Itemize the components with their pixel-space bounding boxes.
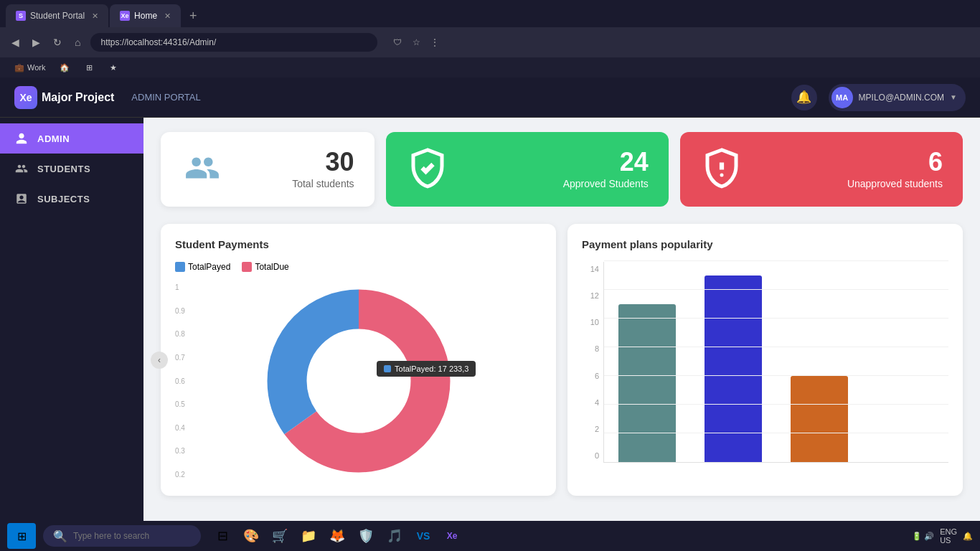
tab-favicon-home: Xe [120, 11, 130, 21]
bar-group-3 [791, 376, 848, 462]
tab-favicon-student-portal: S [16, 11, 26, 21]
bookmark-star[interactable]: ★ [104, 61, 123, 74]
grid-line-14 [604, 260, 948, 261]
sidebar-item-subjects[interactable]: SUBJECTS [0, 184, 143, 214]
taskbar-app-brave[interactable]: 🛡️ [353, 523, 379, 549]
chart-tooltip: TotalPayed: 17 233,3 [377, 361, 476, 377]
forward-button[interactable]: ▶ [29, 35, 43, 50]
donut-chart-wrapper: TotalPayed: 17 233,3 [175, 281, 542, 481]
sidebar-admin-label: ADMIN [37, 133, 70, 144]
bookmark-work-label: Work [27, 63, 45, 72]
popularity-chart-title: Payment plans popularity [582, 238, 948, 250]
legend-payed-dot [175, 262, 185, 272]
tooltip-text: TotalPayed: 17 233,3 [395, 364, 468, 373]
subjects-icon [14, 192, 29, 205]
total-students-icon [181, 150, 224, 189]
payments-chart-area: 1 0.9 0.8 0.7 0.6 0.5 0.4 0.3 0.2 [175, 281, 542, 481]
sidebar-subjects-label: SUBJECTS [37, 194, 90, 204]
bookmark-apps-icon: ⊞ [84, 62, 94, 72]
approved-students-card: 24 Approved Students [386, 132, 669, 207]
nav-right: 🔔 MA MPILO@ADMIN.COM ▼ [791, 84, 966, 111]
sidebar-item-admin[interactable]: ADMIN [0, 123, 143, 154]
browser-icons: 🛡 ☆ ⋮ [390, 35, 442, 50]
portal-label: ADMIN PORTAL [131, 92, 200, 103]
shield-icon: 🛡 [390, 35, 405, 50]
tooltip-dot [384, 365, 391, 372]
bookmark-home[interactable]: 🏠 [55, 61, 74, 74]
popularity-chart-card: Payment plans popularity 14 12 10 8 6 4 … [567, 224, 963, 496]
unapproved-students-text: 6 Unapproved students [758, 149, 943, 189]
charts-row: ‹ Student Payments TotalPayed TotalDue [161, 224, 963, 496]
tab-label-home: Home [134, 11, 157, 21]
taskbar-search-input[interactable] [73, 531, 188, 541]
back-button[interactable]: ◀ [9, 35, 22, 50]
payments-chart-title: Student Payments [175, 238, 542, 250]
bookmark-work-icon: 💼 [14, 62, 24, 72]
taskbar-right: 🔋 🔊 ENGUS 🔔 [912, 527, 973, 545]
taskbar-search: 🔍 [43, 525, 201, 547]
taskbar-language: ENGUS [940, 527, 957, 545]
taskbar-notification-icon[interactable]: 🔔 [963, 532, 973, 541]
user-email: MPILO@ADMIN.COM [859, 93, 945, 103]
tab-close-home[interactable]: ✕ [164, 11, 171, 21]
popularity-chart-area: 14 12 10 8 6 4 2 0 [582, 262, 948, 470]
taskbar-app-task-view[interactable]: ⊟ [209, 523, 235, 549]
total-students-label: Total students [292, 178, 354, 189]
legend-total-due: TotalDue [242, 262, 288, 272]
user-badge[interactable]: MA MPILO@ADMIN.COM ▼ [829, 84, 966, 111]
content-area: 30 Total students 24 Approved Studen [143, 118, 980, 521]
collapse-chart-button[interactable]: ‹ [151, 352, 168, 369]
taskbar-app-spotify[interactable]: 🎵 [382, 523, 407, 549]
total-students-card: 30 Total students [161, 132, 374, 207]
svg-point-1 [720, 174, 723, 177]
bookmark-home-icon: 🏠 [60, 62, 70, 72]
approved-students-number: 24 [620, 149, 649, 175]
taskbar-app-store[interactable]: 🛒 [267, 523, 293, 549]
start-button[interactable]: ⊞ [7, 523, 36, 549]
unapproved-students-number: 6 [928, 149, 943, 175]
menu-icon[interactable]: ⋮ [428, 35, 442, 50]
legend-due-label: TotalDue [255, 262, 288, 272]
bookmark-apps[interactable]: ⊞ [80, 61, 98, 74]
bar-3 [791, 376, 848, 462]
tab-close-student-portal[interactable]: ✕ [92, 11, 98, 21]
approved-students-text: 24 Approved Students [463, 149, 649, 189]
main-layout: ADMIN STUDENTS SUBJECTS [0, 118, 980, 521]
taskbar-app-files[interactable]: 📁 [296, 523, 321, 549]
taskbar-app-xe[interactable]: Xe [439, 523, 465, 549]
payments-legend: TotalPayed TotalDue [175, 262, 542, 272]
home-button[interactable]: ⌂ [72, 35, 83, 50]
approved-icon [406, 146, 449, 192]
legend-due-dot [242, 262, 252, 272]
taskbar-apps: ⊟ 🎨 🛒 📁 🦊 🛡️ 🎵 VS Xe [209, 523, 465, 549]
donut-chart-svg [265, 288, 452, 474]
bar-group-1 [618, 304, 676, 462]
taskbar: ⊞ 🔍 ⊟ 🎨 🛒 📁 🦊 🛡️ 🎵 VS Xe 🔋 🔊 ENGUS 🔔 [0, 521, 980, 551]
total-students-number: 30 [326, 149, 354, 175]
address-bar: ◀ ▶ ↻ ⌂ 🛡 ☆ ⋮ [0, 27, 980, 57]
approved-students-label: Approved Students [563, 178, 649, 189]
user-avatar: MA [831, 87, 853, 108]
star-icon[interactable]: ☆ [409, 35, 423, 50]
taskbar-search-icon: 🔍 [53, 529, 67, 543]
tab-home[interactable]: Xe Home ✕ [110, 4, 181, 27]
legend-payed-label: TotalPayed [188, 262, 230, 272]
new-tab-button[interactable]: + [185, 7, 202, 25]
bar-1 [618, 304, 676, 462]
unapproved-students-label: Unapproved students [847, 178, 943, 189]
tab-label-student-portal: Student Portal [30, 11, 85, 21]
tab-student-portal[interactable]: S Student Portal ✕ [6, 4, 108, 27]
taskbar-app-figma[interactable]: 🎨 [238, 523, 264, 549]
taskbar-app-browser[interactable]: 🦊 [324, 523, 350, 549]
bookmark-work[interactable]: 💼 Work [10, 61, 50, 74]
sidebar-item-students[interactable]: STUDENTS [0, 154, 143, 184]
stats-row: 30 Total students 24 Approved Studen [161, 132, 963, 207]
grid-line-12 [604, 289, 948, 290]
total-students-text: 30 Total students [238, 149, 354, 189]
taskbar-app-vscode[interactable]: VS [410, 523, 436, 549]
top-nav: Xe Major Project ADMIN PORTAL 🔔 MA MPILO… [0, 77, 980, 118]
notification-bell[interactable]: 🔔 [791, 85, 817, 110]
bar-2 [705, 276, 762, 462]
address-input[interactable] [90, 33, 377, 52]
reload-button[interactable]: ↻ [50, 35, 65, 50]
